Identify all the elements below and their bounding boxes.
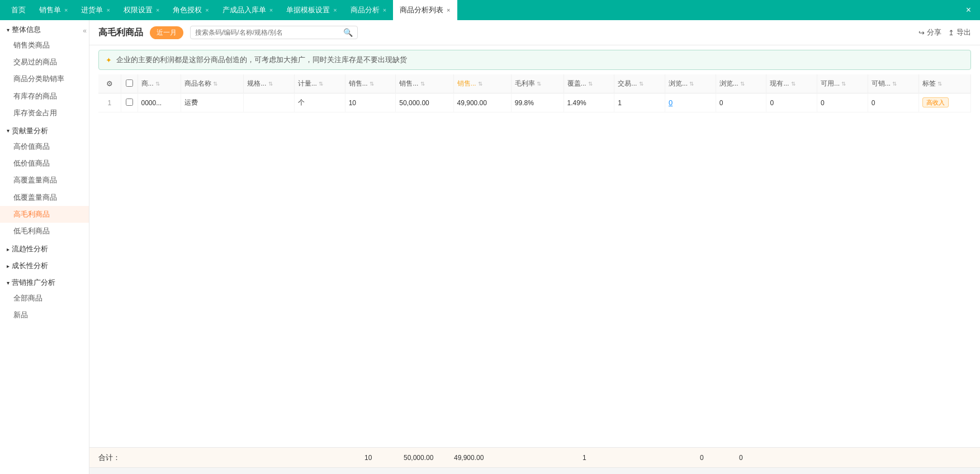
cell-spec — [244, 93, 295, 112]
sidebar-group-trend[interactable]: ▸ 流趋性分析 — [0, 240, 89, 256]
info-banner: ✦ 企业的主要的利润都是这部分商品创造的，可考虑加大推广，同时关注库存是不要出现… — [98, 50, 971, 70]
footer-cell-sales1-val: 10 — [361, 454, 400, 462]
cell-available: 0 — [817, 93, 868, 112]
cell-coverage: 1.49% — [564, 93, 614, 112]
sidebar-item-high-coverage[interactable]: 高覆盖量商品 — [0, 172, 89, 189]
nav-home[interactable]: 首页 — [4, 0, 32, 20]
col-checkbox[interactable] — [121, 74, 138, 93]
nav-permission-settings[interactable]: 权限设置 × — [117, 0, 166, 20]
col-browse1[interactable]: 浏览... ⇅ — [665, 74, 716, 93]
table-row: 1 0000... 运费 个 10 50,000.00 49,900.00 99… — [98, 93, 971, 112]
cell-saleable: 0 — [868, 93, 919, 112]
col-sales3[interactable]: 销售... ⇅ — [453, 74, 511, 93]
search-icon[interactable]: 🔍 — [343, 28, 353, 37]
footer-cell-sales2-val: 50,000.00 — [400, 454, 451, 462]
nav-sales-order[interactable]: 销售单 × — [32, 0, 74, 20]
sidebar-group-overall[interactable]: ▾ 整体信息 — [0, 20, 89, 37]
nav-purchase-order[interactable]: 进货单 × — [74, 0, 116, 20]
share-button[interactable]: ↪ 分享 — [919, 27, 941, 37]
nav-product-inbound[interactable]: 产成品入库单 × — [216, 0, 280, 20]
col-settings[interactable]: ⚙ — [98, 74, 121, 93]
filter-recent-month-button[interactable]: 近一月 — [150, 26, 183, 39]
cell-sales3: 49,900.00 — [453, 93, 511, 112]
close-icon[interactable]: × — [64, 7, 68, 13]
browse1-link[interactable]: 0 — [669, 98, 673, 107]
footer-label: 合计： — [98, 453, 165, 463]
search-input[interactable] — [195, 29, 343, 36]
table-header-row: ⚙ 商... ⇅ 商品名称 ⇅ 规格... ⇅ 计量... ⇅ 销售... ⇅ … — [98, 74, 971, 93]
footer-cell-trans-val: 1 — [579, 454, 618, 462]
footer-cell-sales1 — [165, 454, 361, 462]
col-gross-margin[interactable]: 毛利率 ⇅ — [511, 74, 564, 93]
col-code[interactable]: 商... ⇅ — [138, 74, 181, 93]
sidebar-group-growth[interactable]: ▸ 成长性分析 — [0, 256, 89, 273]
sidebar-item-new-goods[interactable]: 新品 — [0, 307, 89, 323]
select-all-checkbox[interactable] — [126, 79, 133, 87]
cell-sales1: 10 — [345, 93, 396, 112]
sidebar-item-low-coverage[interactable]: 低覆盖量商品 — [0, 189, 89, 206]
sidebar-group-contribution[interactable]: ▾ 贡献量分析 — [0, 121, 89, 138]
close-icon[interactable]: × — [447, 7, 450, 13]
sidebar-item-all-goods[interactable]: 全部商品 — [0, 290, 89, 307]
sidebar-item-low-margin[interactable]: 低毛利商品 — [0, 223, 89, 240]
col-tag[interactable]: 标签 ⇅ — [919, 74, 970, 93]
sidebar-item-high-margin[interactable]: 高毛利商品 — [0, 206, 89, 223]
cell-code: 0000... — [138, 93, 181, 112]
sidebar-collapse-button[interactable]: « — [81, 25, 89, 37]
col-available[interactable]: 可用... ⇅ — [817, 74, 868, 93]
cell-current: 0 — [766, 93, 817, 112]
page-title: 高毛利商品 — [98, 27, 143, 39]
col-spec[interactable]: 规格... ⇅ — [244, 74, 295, 93]
sidebar-item-traded-goods[interactable]: 交易过的商品 — [0, 54, 89, 71]
sidebar-item-category-assist[interactable]: 商品分类助销率 — [0, 71, 89, 87]
close-icon[interactable]: × — [383, 7, 386, 13]
cell-tag: 高收入 — [919, 93, 970, 112]
nav-product-analysis-list[interactable]: 商品分析列表 × — [393, 0, 457, 20]
cell-sales2: 50,000.00 — [396, 93, 453, 112]
col-current[interactable]: 现有... ⇅ — [766, 74, 817, 93]
sidebar-item-low-value[interactable]: 低价值商品 — [0, 155, 89, 172]
horizontal-scrollbar[interactable] — [89, 467, 980, 474]
col-unit[interactable]: 计量... ⇅ — [294, 74, 345, 93]
sidebar-group-marketing[interactable]: ▾ 营销推广分析 — [0, 273, 89, 290]
close-icon[interactable]: × — [269, 7, 273, 13]
settings-icon[interactable]: ⚙ — [106, 79, 113, 88]
footer-cell-margin — [501, 454, 540, 462]
cell-transactions: 1 — [614, 93, 665, 112]
cell-gross-margin: 99.8% — [511, 93, 564, 112]
sidebar-item-in-stock[interactable]: 有库存的商品 — [0, 88, 89, 105]
col-transactions[interactable]: 交易... ⇅ — [614, 74, 665, 93]
close-icon[interactable]: × — [156, 7, 159, 13]
footer-cell-current-val: 0 — [697, 454, 736, 462]
col-saleable[interactable]: 可销... ⇅ — [868, 74, 919, 93]
col-name[interactable]: 商品名称 ⇅ — [181, 74, 243, 93]
table-container[interactable]: ⚙ 商... ⇅ 商品名称 ⇅ 规格... ⇅ 计量... ⇅ 销售... ⇅ … — [89, 74, 980, 447]
chevron-down-icon: ▾ — [7, 128, 10, 134]
chevron-right-icon: ▸ — [7, 263, 10, 269]
footer-cell-browse2 — [657, 454, 697, 462]
content-header: 高毛利商品 近一月 🔍 ↪ 分享 ↥ 导出 — [89, 20, 980, 45]
tip-icon: ✦ — [106, 56, 112, 64]
sidebar-item-sales-goods[interactable]: 销售类商品 — [0, 37, 89, 54]
col-sales2[interactable]: 销售... ⇅ — [396, 74, 453, 93]
close-icon[interactable]: × — [333, 7, 337, 13]
col-browse2[interactable]: 浏览... ⇅ — [716, 74, 766, 93]
close-icon[interactable]: × — [205, 7, 209, 13]
sidebar-item-high-value[interactable]: 高价值商品 — [0, 138, 89, 155]
col-coverage[interactable]: 覆盖... ⇅ — [564, 74, 614, 93]
cell-browse1[interactable]: 0 — [665, 93, 716, 112]
main-layout: « ▾ 整体信息 销售类商品 交易过的商品 商品分类助销率 有库存的商品 库存资… — [0, 20, 980, 474]
nav-template-settings[interactable]: 单据模板设置 × — [280, 0, 343, 20]
chevron-down-icon: ▾ — [7, 280, 10, 286]
nav-role-auth[interactable]: 角色授权 × — [166, 0, 215, 20]
close-icon[interactable]: × — [106, 7, 110, 13]
nav-product-analysis[interactable]: 商品分析 × — [344, 0, 393, 20]
row-checkbox[interactable] — [126, 98, 133, 106]
cell-checkbox[interactable] — [121, 93, 138, 112]
top-navigation: 首页 销售单 × 进货单 × 权限设置 × 角色授权 × 产成品入库单 × 单据… — [0, 0, 980, 20]
sidebar-item-stock-capital[interactable]: 库存资金占用 — [0, 105, 89, 121]
footer-cell-browse1 — [618, 454, 657, 462]
export-button[interactable]: ↥ 导出 — [948, 27, 971, 37]
close-all-tabs-button[interactable]: × — [962, 5, 976, 15]
col-sales1[interactable]: 销售... ⇅ — [345, 74, 396, 93]
